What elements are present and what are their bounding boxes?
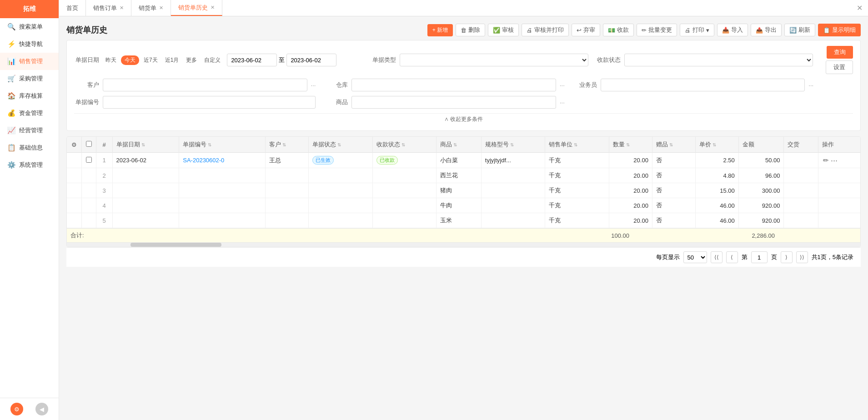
sidebar-item-finance[interactable]: 💰 资金管理 (0, 105, 59, 122)
doc-no-input[interactable] (103, 96, 316, 109)
sidebar-item-purchase-mgmt[interactable]: 🛒 采购管理 (0, 70, 59, 87)
th-unit[interactable]: 销售单位 ⇅ (545, 137, 609, 153)
tab-sales-history[interactable]: 销货单历史 ✕ (171, 0, 222, 16)
sort-qty-icon: ⇅ (626, 142, 630, 147)
sidebar-bottom-settings[interactable]: ⚙ (10, 403, 23, 415)
th-customer[interactable]: 客户 ⇅ (266, 137, 309, 153)
print-button[interactable]: 🖨 打印 ▾ (680, 24, 714, 36)
date-range: 至 (227, 54, 364, 66)
td-actions (818, 198, 860, 213)
discard-button[interactable]: ↩ 弃审 (572, 24, 600, 36)
sidebar-item-sales-mgmt[interactable]: 📊 销售管理 (0, 53, 59, 70)
tab-close-sales-history[interactable]: ✕ (211, 5, 215, 10)
td-num: 1 (96, 153, 112, 168)
pay-status-select[interactable] (624, 54, 813, 66)
batch-change-icon: ✏ (642, 27, 647, 34)
sidebar-item-basic-info[interactable]: 📋 基础信息 (0, 139, 59, 156)
refresh-button[interactable]: 🔄 刷新 (784, 24, 815, 36)
export-button[interactable]: 📤 导出 (751, 24, 782, 36)
goods-more-icon[interactable]: ··· (560, 99, 565, 106)
tab-close-sales-order[interactable]: ✕ (120, 5, 124, 11)
filter-customer: 客户 ··· (74, 79, 316, 91)
audit-button[interactable]: ✅ 审核 (488, 24, 519, 36)
th-doc-date[interactable]: 单据日期 ⇅ (112, 137, 179, 153)
th-doc-status[interactable]: 单据状态 ⇅ (309, 137, 373, 153)
th-pay-status[interactable]: 收款状态 ⇅ (372, 137, 437, 153)
th-spec[interactable]: 规格型号 ⇅ (481, 137, 545, 153)
date-from-input[interactable] (227, 54, 277, 66)
tab-home[interactable]: 首页 (59, 0, 86, 16)
shortcut-today[interactable]: 今天 (121, 55, 139, 65)
tab-sales-delivery[interactable]: 销货单 ✕ (131, 0, 171, 16)
shortcut-7days[interactable]: 近7天 (141, 55, 161, 65)
tab-sales-order[interactable]: 销售订单 ✕ (86, 0, 131, 16)
horizontal-scrollbar[interactable] (67, 242, 860, 247)
sidebar-item-system-mgmt[interactable]: ⚙️ 系统管理 (0, 156, 59, 174)
th-qty[interactable]: 数量 ⇅ (609, 137, 652, 153)
scrollbar-thumb[interactable] (130, 243, 221, 247)
system-mgmt-icon: ⚙️ (7, 161, 15, 169)
batch-change-button[interactable]: ✏ 批量变更 (637, 24, 677, 36)
filter-settings-button[interactable]: 设置 (826, 60, 853, 74)
sidebar-item-label: 快捷导航 (19, 40, 43, 48)
sidebar-item-label: 资金管理 (19, 109, 43, 117)
delete-button[interactable]: 🗑 删除 (456, 24, 485, 36)
sidebar-item-operations[interactable]: 📈 经营管理 (0, 122, 59, 139)
th-settings[interactable]: ⚙ (67, 137, 81, 153)
shortcut-custom[interactable]: 自定义 (201, 55, 223, 65)
discard-icon: ↩ (577, 27, 582, 34)
td-amount: 96.00 (738, 168, 784, 183)
page-size-select[interactable]: 50 20 100 200 (683, 251, 707, 263)
th-doc-no[interactable]: 单据编号 ⇅ (179, 137, 266, 153)
doc-type-select[interactable] (400, 54, 588, 66)
query-button[interactable]: 查询 (827, 46, 853, 59)
select-all-checkbox[interactable] (86, 141, 92, 147)
print-icon: 🖨 (685, 27, 691, 34)
td-settings (67, 198, 81, 213)
shortcut-yesterday[interactable]: 昨天 (103, 55, 119, 65)
sidebar-bottom-collapse[interactable]: ◀ (35, 403, 48, 415)
prev-page-button[interactable]: ⟨ (726, 251, 738, 263)
td-doc-date (112, 198, 179, 213)
th-goods[interactable]: 商品 ⇅ (437, 137, 481, 153)
audit-print-button[interactable]: 🖨 审核并打印 (522, 24, 569, 36)
last-page-button[interactable]: ⟩⟩ (796, 251, 808, 263)
goods-input[interactable] (351, 96, 556, 109)
customer-label: 客户 (74, 81, 99, 89)
customer-input[interactable] (103, 79, 307, 91)
collect-button[interactable]: 💵 收款 (603, 24, 634, 36)
first-page-button[interactable]: ⟨⟨ (711, 251, 722, 263)
edit-action-icon[interactable]: ✏ (823, 156, 829, 164)
current-page-input[interactable] (751, 251, 768, 263)
date-to-input[interactable] (286, 54, 336, 66)
salesperson-more-icon[interactable]: ··· (808, 82, 813, 89)
tab-close-all[interactable]: ✕ (851, 4, 868, 12)
tab-close-sales-delivery[interactable]: ✕ (159, 5, 163, 11)
sidebar-item-label: 销售管理 (19, 57, 43, 65)
doc-no-link[interactable]: SA-20230602-0 (183, 157, 224, 164)
th-price[interactable]: 单价 ⇅ (695, 137, 738, 153)
sidebar-item-inventory[interactable]: 🏠 库存核算 (0, 87, 59, 105)
th-gift[interactable]: 赠品 ⇅ (652, 137, 695, 153)
row-checkbox[interactable] (86, 157, 92, 163)
shortcut-1month[interactable]: 近1月 (162, 55, 182, 65)
warehouse-more-icon[interactable]: ··· (560, 82, 565, 89)
customer-more-icon[interactable]: ··· (311, 82, 316, 89)
td-amount: 50.00 (738, 153, 784, 168)
salesperson-input[interactable] (601, 79, 805, 91)
collapse-button[interactable]: ∧ 收起更多条件 (74, 113, 853, 125)
new-button[interactable]: + 新增 (427, 24, 453, 36)
sidebar-item-quick-nav[interactable]: ⚡ 快捷导航 (0, 35, 59, 53)
next-page-button[interactable]: ⟩ (781, 251, 793, 263)
sidebar-item-search-menu[interactable]: 🔍 搜索菜单 (0, 18, 59, 35)
td-unit: 千克 (545, 168, 609, 183)
td-amount: 300.00 (738, 183, 784, 198)
footer-total-amount: 2,286.00 (720, 232, 775, 239)
warehouse-input[interactable] (351, 79, 556, 91)
import-button[interactable]: 📥 导入 (717, 24, 748, 36)
td-price: 15.00 (695, 183, 738, 198)
show-detail-button[interactable]: 📋 显示明细 (818, 24, 861, 36)
sort-customer-icon: ⇅ (282, 142, 286, 147)
shortcut-more[interactable]: 更多 (183, 55, 200, 65)
more-action-icon[interactable]: ⋯ (831, 156, 838, 164)
